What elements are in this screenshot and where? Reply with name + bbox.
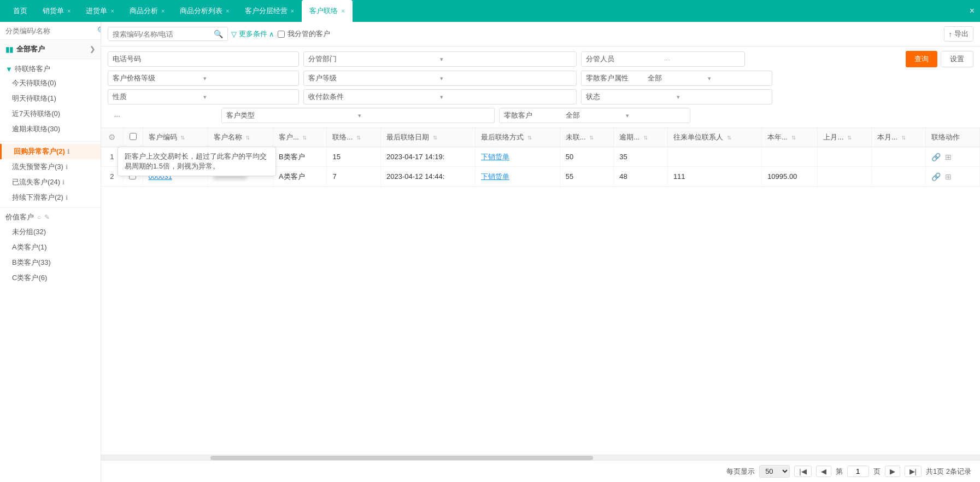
filter-icon: ▽ bbox=[231, 30, 237, 38]
nav-tab-purchase[interactable]: 进货单 × bbox=[78, 0, 121, 22]
th-gear[interactable]: ⚙ bbox=[101, 128, 123, 147]
sidebar-item-c-class[interactable]: C类客户(6) bbox=[0, 270, 101, 286]
link-action-icon[interactable]: 🔗 bbox=[931, 172, 941, 181]
more-icon[interactable]: ··· bbox=[664, 55, 740, 63]
sidebar-item-churn-warning[interactable]: 流失预警客户(3) ℹ bbox=[0, 159, 101, 175]
sort-icon[interactable]: ⇅ bbox=[180, 135, 185, 141]
filter-status[interactable]: 状态 ▾ bbox=[581, 89, 772, 104]
per-page-select[interactable]: 50 20 100 200 bbox=[759, 465, 790, 478]
sidebar-search-input[interactable] bbox=[5, 27, 97, 35]
filter-scatter-customer[interactable]: 零散客户 全部 ▾ bbox=[499, 108, 690, 123]
edit-icon[interactable]: ○ bbox=[37, 213, 41, 221]
sidebar-item-repurchase-anomaly[interactable]: 回购异常客户(2) ℹ bbox=[0, 144, 101, 159]
sidebar-all-customers[interactable]: ▮▮ 全部客户 ❯ bbox=[0, 40, 101, 59]
horizontal-scrollbar[interactable] bbox=[101, 455, 980, 460]
page-number-input[interactable] bbox=[847, 466, 869, 477]
filter-phone[interactable]: 电话号码 bbox=[108, 51, 299, 67]
sort-icon[interactable]: ⇅ bbox=[433, 135, 437, 141]
filter-customer-type[interactable]: 客户类型 ▾ bbox=[221, 108, 495, 123]
row-contact-count-1: 15 bbox=[327, 147, 381, 167]
sort-icon[interactable]: ⇅ bbox=[791, 135, 796, 141]
close-icon[interactable]: × bbox=[226, 8, 229, 14]
sort-icon[interactable]: ⇅ bbox=[901, 135, 906, 141]
info-icon[interactable]: ℹ bbox=[67, 148, 69, 155]
sidebar-item-7days[interactable]: 近7天待联络(0) bbox=[0, 106, 101, 121]
row-action-1: 🔗 ⊞ bbox=[925, 147, 979, 167]
sort-icon[interactable]: ⇅ bbox=[245, 135, 250, 141]
sort-icon[interactable]: ⇅ bbox=[727, 135, 731, 141]
collapse-icon[interactable]: ❯ bbox=[90, 45, 95, 53]
sidebar-item-churned[interactable]: 已流失客户(24) ℹ bbox=[0, 175, 101, 190]
search-icon[interactable]: 🔍 bbox=[97, 26, 101, 35]
info-icon[interactable]: ℹ bbox=[62, 179, 64, 186]
next-page-button[interactable]: ▶ bbox=[885, 466, 900, 477]
grid-action-icon[interactable]: ⊞ bbox=[945, 153, 952, 161]
row-contact-count-2: 7 bbox=[327, 167, 381, 187]
sidebar-item-ungrouped[interactable]: 未分组(32) bbox=[0, 224, 101, 240]
sidebar-search-box[interactable]: 🔍 bbox=[0, 22, 101, 40]
export-button[interactable]: ↑ 导出 bbox=[944, 26, 974, 42]
sort-icon[interactable]: ⇅ bbox=[643, 135, 648, 141]
gear-icon[interactable]: ⚙ bbox=[108, 132, 115, 142]
filter-more-btn[interactable]: ··· bbox=[108, 109, 217, 122]
last-page-button[interactable]: ▶| bbox=[905, 466, 922, 477]
search-input[interactable] bbox=[113, 30, 214, 38]
nav-tab-product-analysis[interactable]: 商品分析 × bbox=[122, 0, 172, 22]
sort-icon[interactable]: ⇅ bbox=[527, 135, 532, 141]
close-icon[interactable]: × bbox=[161, 8, 165, 14]
my-customers-checkbox[interactable]: 我分管的客户 bbox=[278, 29, 330, 39]
th-this-year: 本年... ⇅ bbox=[762, 128, 818, 147]
sort-icon[interactable]: ⇅ bbox=[847, 135, 852, 141]
query-button[interactable]: 查询 bbox=[906, 51, 937, 67]
close-icon[interactable]: × bbox=[110, 8, 114, 14]
sidebar-item-tomorrow[interactable]: 明天待联络(1) bbox=[0, 91, 101, 106]
sidebar-item-b-class[interactable]: B类客户(33) bbox=[0, 255, 101, 270]
settings-icon[interactable]: ✎ bbox=[44, 213, 50, 221]
sort-icon[interactable]: ⇅ bbox=[589, 135, 594, 141]
filter-price-level[interactable]: 客户价格等级 ▾ bbox=[108, 71, 299, 86]
link-action-icon[interactable]: 🔗 bbox=[931, 153, 941, 161]
close-icon[interactable]: × bbox=[341, 8, 344, 14]
filter-nature[interactable]: 性质 ▾ bbox=[108, 89, 299, 104]
prev-page-button[interactable]: ◀ bbox=[816, 466, 831, 477]
filter-payment-terms[interactable]: 收付款条件 ▾ bbox=[303, 89, 577, 104]
row-this-year-1 bbox=[762, 147, 818, 167]
sidebar: 🔍 ▮▮ 全部客户 ❯ ▼ 待联络客户 今天待联络(0) 明天待联络(1) 近7… bbox=[0, 22, 101, 482]
sidebar-item-today[interactable]: 今天待联络(0) bbox=[0, 76, 101, 91]
scrollbar-thumb[interactable] bbox=[210, 456, 593, 460]
nav-tab-product-list[interactable]: 商品分析列表 × bbox=[172, 0, 237, 22]
nav-tab-home[interactable]: 首页 bbox=[5, 0, 35, 22]
nav-tab-customer-contact[interactable]: 客户联络 × bbox=[302, 0, 352, 22]
close-icon[interactable]: × bbox=[67, 8, 71, 14]
nav-tab-sales[interactable]: 销货单 × bbox=[35, 0, 78, 22]
sidebar-item-declining[interactable]: 持续下滑客户(2) ℹ bbox=[0, 190, 101, 205]
sidebar-item-a-class[interactable]: A类客户(1) bbox=[0, 240, 101, 255]
th-check[interactable] bbox=[123, 128, 143, 147]
top-navigation: 首页 销货单 × 进货单 × 商品分析 × 商品分析列表 × 客户分层经营 × … bbox=[0, 0, 980, 22]
filter-person[interactable]: 分管人员 ··· bbox=[581, 51, 745, 67]
close-all-tabs-button[interactable]: × bbox=[970, 6, 975, 16]
close-icon[interactable]: × bbox=[291, 8, 294, 14]
grid-action-icon[interactable]: ⊞ bbox=[945, 172, 952, 181]
first-page-button[interactable]: |◀ bbox=[794, 466, 811, 477]
th-last-contact-method: 最后联络方式 ⇅ bbox=[476, 128, 560, 147]
sidebar-group-pending[interactable]: ▼ 待联络客户 bbox=[0, 61, 101, 76]
row-last-method-1[interactable]: 下销货单 bbox=[476, 147, 560, 167]
sort-icon[interactable]: ⇅ bbox=[302, 135, 307, 141]
filter-dept[interactable]: 分管部门 ▾ bbox=[303, 51, 577, 67]
sidebar-value-group-header[interactable]: 价值客户 ○ ✎ bbox=[0, 210, 101, 224]
select-all-checkbox[interactable] bbox=[130, 133, 137, 140]
search-box[interactable]: 🔍 bbox=[108, 27, 228, 41]
more-conditions-button[interactable]: ▽ 更多条件 ∧ bbox=[231, 29, 274, 39]
info-icon[interactable]: ℹ bbox=[66, 194, 68, 201]
filter-customer-level[interactable]: 客户等级 ▾ bbox=[303, 71, 577, 86]
info-icon[interactable]: ℹ bbox=[66, 164, 68, 171]
search-icon[interactable]: 🔍 bbox=[214, 30, 223, 38]
sort-icon[interactable]: ⇅ bbox=[356, 135, 361, 141]
sidebar-item-overdue[interactable]: 逾期未联络(30) bbox=[0, 121, 101, 137]
settings-button[interactable]: 设置 bbox=[941, 51, 973, 67]
nav-tab-customer-tier[interactable]: 客户分层经营 × bbox=[237, 0, 302, 22]
row-last-method-2[interactable]: 下销货单 bbox=[476, 167, 560, 187]
filter-scatter-attr[interactable]: 零散客户属性 全部 ▾ bbox=[581, 71, 772, 86]
my-customers-check[interactable] bbox=[278, 31, 285, 38]
